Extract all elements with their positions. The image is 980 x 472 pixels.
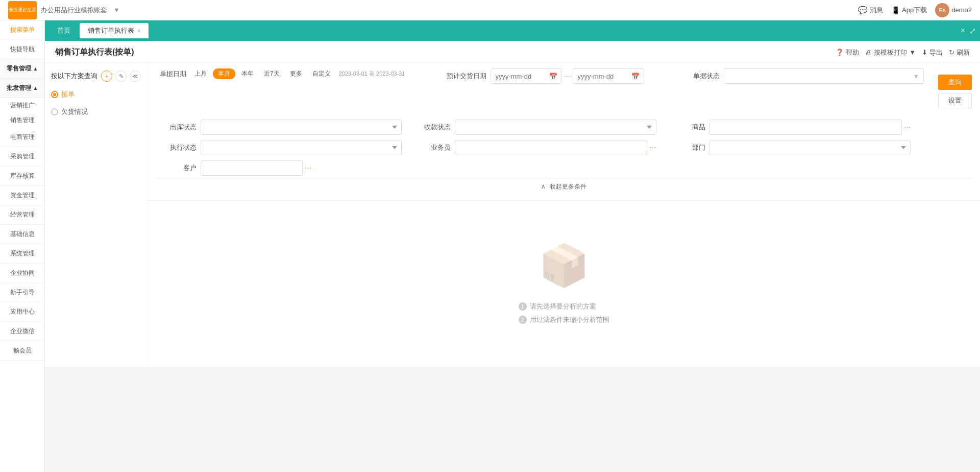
date-tab-more[interactable]: 更多 — [286, 68, 306, 79]
salesperson-label: 业务员 — [410, 143, 451, 152]
sidebar-item-enterprise-wechat[interactable]: 企业微信 — [0, 322, 44, 341]
expected-date-end-input[interactable] — [577, 73, 631, 80]
date-separator: — — [564, 73, 571, 80]
tab-home[interactable]: 首页 — [49, 23, 79, 38]
sidebar-item-purchase[interactable]: 采购管理 — [0, 147, 44, 167]
collapse-bar[interactable]: ∧ 收起更多条件 — [156, 179, 972, 194]
expected-date-start-input[interactable] — [495, 73, 549, 80]
status-label: 单据状态 — [689, 72, 720, 81]
export-btn[interactable]: ⬇ 导出 — [922, 48, 943, 57]
customer-label: 客户 — [156, 163, 197, 173]
sidebar-item-new-user[interactable]: 新手引导 — [0, 283, 44, 302]
empty-state: 📦 1 请先选择要分析的方案 2 用过滤条件来缩小分析范围 — [148, 201, 980, 367]
scheme-item-shortage[interactable]: 欠货情况 — [45, 103, 147, 121]
customer-more-btn[interactable]: ··· — [305, 163, 311, 173]
inner-page: 销售订单执行表(按单) ❓ 帮助 🖨 按模板打印 ▼ ⬇ — [45, 41, 980, 367]
page-title: 销售订单执行表(按单) — [55, 47, 134, 58]
goods-label: 商品 — [665, 123, 705, 132]
date-label: 单据日期 — [156, 69, 186, 79]
download-icon: 📱 — [891, 6, 900, 14]
message-icon: 💬 — [858, 6, 868, 15]
page-header-actions: ❓ 帮助 🖨 按模板打印 ▼ ⬇ 导出 ↻ — [836, 48, 970, 57]
maximize-window-btn[interactable]: ⤢ — [969, 26, 976, 36]
add-scheme-btn[interactable]: + — [101, 70, 112, 82]
edit-scheme-btn[interactable]: ✎ — [115, 70, 127, 82]
sidebar-item-wholesale[interactable]: 批发管理 ▲ — [0, 79, 44, 98]
user-area[interactable]: Ea demo2 — [935, 3, 972, 17]
left-panel-header: 按以下方案查询 + ✎ ≪ — [45, 66, 147, 86]
page-content: 销售订单执行表(按单) ❓ 帮助 🖨 按模板打印 ▼ ⬇ — [45, 41, 980, 472]
calendar-end-icon: 📅 — [631, 73, 640, 80]
sidebar-search-menu[interactable]: 搜索菜单 — [0, 20, 44, 40]
date-tab-last-month[interactable]: 上月 — [190, 68, 211, 79]
date-tab-custom[interactable]: 自定义 — [308, 68, 335, 79]
date-tab-this-year[interactable]: 本年 — [237, 68, 258, 79]
search-button[interactable]: 查询 — [938, 75, 972, 90]
print-arrow-icon: ▼ — [909, 49, 916, 56]
top-title-arrow[interactable]: ▼ — [113, 6, 120, 14]
settings-button[interactable]: 设置 — [938, 93, 972, 108]
app-download-btn[interactable]: 📱 App下载 — [891, 6, 927, 15]
sidebar-item-sales[interactable]: 销售管理 — [0, 113, 44, 128]
sidebar-item-basic-info[interactable]: 基础信息 — [0, 225, 44, 244]
sidebar-item-system[interactable]: 系统管理 — [0, 244, 44, 264]
execution-select[interactable] — [201, 140, 402, 155]
help-btn[interactable]: ❓ 帮助 — [836, 48, 859, 57]
payment-label: 收款状态 — [410, 123, 451, 132]
date-tab-7days[interactable]: 近7天 — [260, 68, 284, 79]
expected-date-start[interactable]: 📅 — [491, 68, 562, 84]
left-panel: 按以下方案查询 + ✎ ≪ 按单 — [45, 62, 147, 367]
refresh-icon: ↻ — [949, 49, 954, 56]
sidebar: 搜索菜单 快捷导航 零售管理 ▲ 批发管理 ▲ 营销推广 销售管理 电商管理 采… — [0, 20, 45, 472]
page-header: 销售订单执行表(按单) ❓ 帮助 🖨 按模板打印 ▼ ⬇ — [45, 41, 980, 62]
sidebar-item-collab[interactable]: 企业协同 — [0, 264, 44, 283]
collapse-arrow: ∧ — [541, 183, 546, 190]
empty-tip-1: 1 请先选择要分析的方案 — [519, 300, 609, 313]
avatar: Ea — [935, 3, 949, 17]
close-window-btn[interactable]: × — [961, 26, 965, 36]
collapse-panel-btn[interactable]: ≪ — [130, 70, 141, 82]
goods-more-btn[interactable]: ··· — [904, 123, 911, 132]
tab-close-icon[interactable]: × — [137, 28, 140, 34]
topbar-right: 💬 消息 📱 App下载 Ea demo2 — [858, 3, 972, 17]
user-name: demo2 — [951, 6, 972, 14]
message-btn[interactable]: 💬 消息 — [858, 6, 883, 15]
payment-select[interactable] — [455, 120, 656, 135]
empty-illustration: 📦 — [538, 242, 590, 290]
customer-input[interactable] — [201, 160, 303, 176]
goods-input[interactable] — [709, 120, 902, 135]
tip-num-2: 2 — [519, 316, 527, 324]
outbound-select[interactable] — [201, 120, 402, 135]
sidebar-item-retail[interactable]: 零售管理 ▲ — [0, 59, 44, 79]
sidebar-item-finance[interactable]: 资金管理 — [0, 186, 44, 205]
refresh-btn[interactable]: ↻ 刷新 — [949, 48, 970, 57]
sidebar-item-app-center[interactable]: 应用中心 — [0, 302, 44, 322]
wholesale-arrow: ▲ — [33, 85, 38, 91]
salesperson-more-btn[interactable]: ··· — [649, 143, 656, 152]
sidebar-item-member[interactable]: 畅会员 — [0, 341, 44, 361]
sidebar-item-business[interactable]: 经营管理 — [0, 205, 44, 225]
salesperson-input[interactable] — [455, 140, 647, 155]
help-icon: ❓ — [836, 49, 844, 56]
outbound-label: 出库状态 — [156, 123, 197, 132]
print-template-btn[interactable]: 🖨 按模板打印 ▼ — [865, 48, 916, 57]
content-body: 按以下方案查询 + ✎ ≪ 按单 — [45, 62, 980, 367]
empty-tip-2: 2 用过滤条件来缩小分析范围 — [519, 313, 609, 326]
sidebar-item-ecommerce[interactable]: 电商管理 — [0, 128, 44, 147]
right-panel: 单据日期 上月 本月 本年 近7天 更多 自定义 2023-03-01 至 20… — [148, 62, 980, 367]
calendar-start-icon: 📅 — [549, 73, 557, 80]
date-tab-this-month[interactable]: 本月 — [213, 68, 235, 79]
expected-date-end[interactable]: 📅 — [573, 68, 644, 84]
scheme-item-by-order[interactable]: 按单 — [45, 86, 147, 103]
export-icon: ⬇ — [922, 49, 927, 56]
execution-label: 执行状态 — [156, 143, 197, 152]
tab-bar: 首页 销售订单执行表 × × ⤢ — [45, 20, 980, 41]
dept-select[interactable] — [709, 140, 911, 155]
sidebar-item-inventory[interactable]: 库存核算 — [0, 167, 44, 186]
sidebar-item-marketing[interactable]: 营销推广 — [0, 98, 44, 113]
app-logo: 畅捷通好生意 — [8, 1, 37, 19]
topbar-left: 畅捷通好生意 办公用品行业模拟账套 ▼ — [8, 1, 120, 19]
tab-sales-order[interactable]: 销售订单执行表 × — [80, 23, 149, 38]
sidebar-quick-nav[interactable]: 快捷导航 — [0, 40, 44, 59]
scheme-radio-active — [51, 91, 58, 98]
